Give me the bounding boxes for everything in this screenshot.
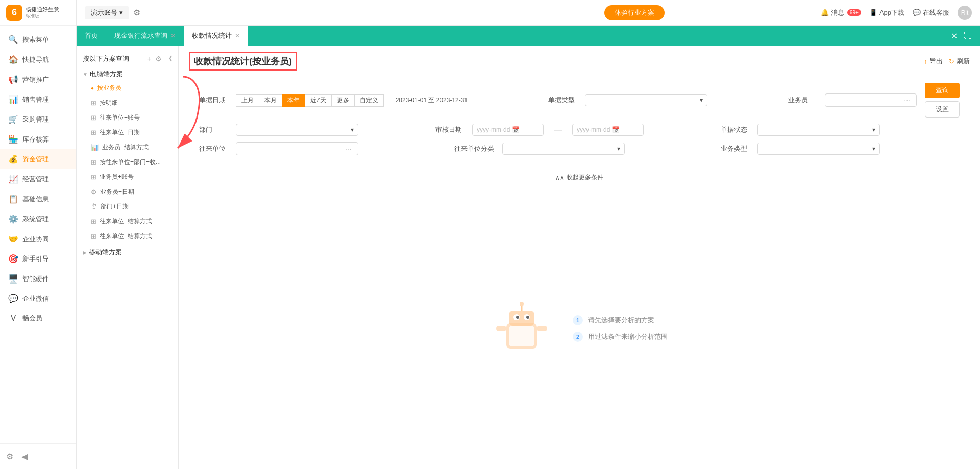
inventory-icon: 🏪 xyxy=(8,134,18,144)
sidebar-item-quick-nav[interactable]: 🏠 快捷导航 xyxy=(0,50,76,69)
sidebar-item-hardware[interactable]: 🖥️ 智能硬件 xyxy=(0,269,76,289)
user-avatar[interactable]: Rit xyxy=(958,6,972,20)
sidebar-item-search[interactable]: 🔍 搜索菜单 xyxy=(0,30,76,50)
tab-bank-flow[interactable]: 现金银行流水查询 ✕ xyxy=(106,26,184,46)
unit-settle2-icon: ⊞ xyxy=(91,232,96,240)
date-tab-this-year[interactable]: 本年 xyxy=(282,94,305,107)
schema-item-staff-settle[interactable]: 📊 业务员+结算方式 xyxy=(77,140,178,155)
try-industry-button[interactable]: 体验行业方案 xyxy=(604,5,665,20)
page-content: 按以下方案查询 + ⚙ 《 ▼ 电脑端方案 ● 按业务员 ⊞ 按 xyxy=(77,46,980,469)
page-title: 收款情况统计(按业务员) xyxy=(189,52,297,71)
sidebar-item-basic[interactable]: 📋 基础信息 xyxy=(0,189,76,209)
sidebar-item-purchase[interactable]: 🛒 采购管理 xyxy=(0,109,76,129)
schema-item-label: 业务员+结算方式 xyxy=(102,143,149,152)
panel-header-actions: + ⚙ 《 xyxy=(147,55,172,63)
tab-close-window-icon[interactable]: ✕ xyxy=(951,31,958,41)
sidebar-item-guide[interactable]: 🎯 新手引导 xyxy=(0,249,76,269)
more-icon[interactable]: ··· xyxy=(904,96,910,104)
topbar-gear-icon[interactable]: ⚙ xyxy=(133,8,140,17)
sidebar-item-operations[interactable]: 📈 经营管理 xyxy=(0,169,76,189)
review-date-start[interactable]: yyyy-mm-dd 📅 xyxy=(472,124,544,136)
voucher-status-label: 单据状态 xyxy=(721,125,749,134)
sidebar-item-label: 企业微信 xyxy=(22,294,49,303)
schema-item-unit-settle2[interactable]: ⊞ 往来单位+结算方式 xyxy=(77,229,178,244)
tab-bank-flow-close[interactable]: ✕ xyxy=(170,32,176,39)
sidebar-item-sales[interactable]: 📊 销售管理 xyxy=(0,89,76,109)
date-tab-prev-month[interactable]: 上月 xyxy=(236,94,259,107)
panel-collapse-icon[interactable]: 《 xyxy=(166,55,172,63)
dept-select[interactable]: ▾ xyxy=(236,124,358,136)
export-button[interactable]: ↑ 导出 xyxy=(924,57,943,66)
svg-rect-2 xyxy=(509,311,534,326)
schema-item-label: 往来单位+结算方式 xyxy=(100,232,152,241)
date-label: 单据日期 xyxy=(199,96,228,105)
schema-item-label: 按业务员 xyxy=(97,84,121,92)
online-service-item[interactable]: 💬 在线客服 xyxy=(913,8,949,17)
user-account-display[interactable]: 演示账号 ▾ xyxy=(85,6,129,19)
staff-select[interactable]: ··· xyxy=(825,93,917,107)
notification-icon: 🔔 xyxy=(821,9,829,16)
tab-maximize-icon[interactable]: ⛶ xyxy=(964,31,972,40)
calendar-end-icon[interactable]: 📅 xyxy=(612,126,620,133)
page-title-row: 收款情况统计(按业务员) ↑ 导出 ↻ 刷新 xyxy=(189,52,970,71)
schema-item-dept-date[interactable]: ⏱ 部门+日期 xyxy=(77,199,178,214)
sidebar-item-label: 快捷导航 xyxy=(22,55,49,64)
voucher-status-select[interactable]: ▾ xyxy=(757,124,880,136)
schema-item-by-detail[interactable]: ⊞ 按明细 xyxy=(77,96,178,110)
calendar-start-icon[interactable]: 📅 xyxy=(512,126,520,133)
notification-badge: 99+ xyxy=(847,9,861,16)
counterpart-more-icon[interactable]: ··· xyxy=(346,145,352,153)
date-tab-more[interactable]: 更多 xyxy=(331,94,355,107)
date-tabs: 上月 本月 本年 近7天 更多 自定义 xyxy=(236,94,383,107)
notification-item[interactable]: 🔔 消息 99+ xyxy=(821,8,861,17)
panel-settings-icon[interactable]: ⚙ xyxy=(155,55,162,63)
schema-item-unit-settle1[interactable]: ⊞ 往来单位+结算方式 xyxy=(77,214,178,229)
logo-name: 畅捷通好生意 xyxy=(26,6,59,13)
schema-item-by-staff[interactable]: ● 按业务员 xyxy=(77,81,178,96)
schema-group-mobile-title[interactable]: ▶ 移动端方案 xyxy=(77,246,178,259)
step-1-text: 请先选择要分析的方案 xyxy=(588,316,654,325)
date-tab-this-month[interactable]: 本月 xyxy=(259,94,282,107)
sidebar-item-system[interactable]: ⚙️ 系统管理 xyxy=(0,209,76,229)
tab-receipt-stats[interactable]: 收款情况统计 ✕ xyxy=(184,26,248,46)
voucher-type-label: 单据类型 xyxy=(548,96,577,105)
sidebar-item-enterprise[interactable]: 🤝 企业协同 xyxy=(0,229,76,249)
tab-receipt-stats-close[interactable]: ✕ xyxy=(235,32,240,39)
dept-label: 部门 xyxy=(199,125,228,134)
sidebar-item-finance[interactable]: 💰 资金管理 xyxy=(0,149,76,169)
business-type-select[interactable]: ▾ xyxy=(757,143,880,155)
page-actions: ↑ 导出 ↻ 刷新 xyxy=(924,57,970,66)
collapse-bar[interactable]: ∧∧ 收起更多条件 xyxy=(189,168,970,187)
schema-group-desktop-title[interactable]: ▼ 电脑端方案 xyxy=(77,67,178,81)
date-tab-custom[interactable]: 自定义 xyxy=(354,94,384,107)
voucher-type-select[interactable]: ▾ xyxy=(585,94,707,106)
svg-point-6 xyxy=(526,316,529,319)
sidebar-item-inventory[interactable]: 🏪 库存核算 xyxy=(0,129,76,149)
purchase-icon: 🛒 xyxy=(8,114,18,124)
dropdown-icon: ▾ xyxy=(119,9,123,16)
group-label: 电脑端方案 xyxy=(90,69,123,79)
app-download-item[interactable]: 📱 App下载 xyxy=(869,8,904,17)
schema-item-unit-dept-recv[interactable]: ⊞ 按往来单位+部门+收... xyxy=(77,155,178,170)
counterpart-type-select[interactable]: ▾ xyxy=(502,143,625,155)
schema-item-unit-date[interactable]: ⊞ 往来单位+日期 xyxy=(77,125,178,140)
review-date-end[interactable]: yyyy-mm-dd 📅 xyxy=(572,124,644,136)
settings-button[interactable]: 设置 xyxy=(925,101,960,118)
sidebar-item-marketing[interactable]: 📢 营销推广 xyxy=(0,69,76,89)
settings-bottom-icon[interactable]: ⚙ xyxy=(6,452,13,461)
tab-home[interactable]: 首页 xyxy=(77,26,106,46)
counterpart-select[interactable]: ··· xyxy=(236,142,358,155)
page-header: 收款情况统计(按业务员) ↑ 导出 ↻ 刷新 xyxy=(179,46,980,187)
sidebar-item-wechat[interactable]: 💬 企业微信 xyxy=(0,289,76,309)
sidebar-item-label: 资金管理 xyxy=(22,155,49,164)
date-tab-last-7-days[interactable]: 近7天 xyxy=(305,94,332,107)
sidebar-item-member[interactable]: V 畅会员 xyxy=(0,309,76,328)
collapse-sidebar-icon[interactable]: ◀ xyxy=(21,452,28,461)
query-button[interactable]: 查询 xyxy=(925,83,960,98)
schema-item-unit-account[interactable]: ⊞ 往来单位+账号 xyxy=(77,110,178,125)
refresh-button[interactable]: ↻ 刷新 xyxy=(949,57,970,66)
schema-item-staff-account[interactable]: ⊞ 业务员+账号 xyxy=(77,170,178,184)
panel-add-icon[interactable]: + xyxy=(147,55,151,63)
schema-item-staff-date[interactable]: ⚙ 业务员+日期 xyxy=(77,184,178,199)
refresh-label: 刷新 xyxy=(957,57,970,66)
